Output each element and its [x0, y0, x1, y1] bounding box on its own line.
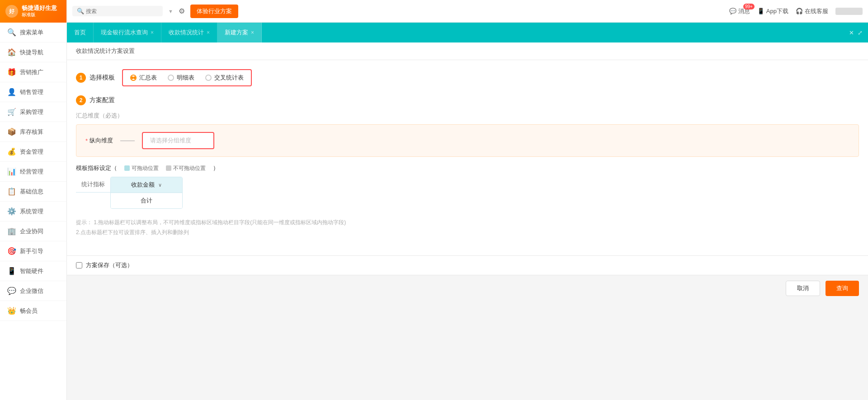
service-icon: 🎧 — [796, 8, 803, 14]
metrics-total-cell: 合计 — [111, 193, 182, 208]
message-badge: 99+ — [743, 4, 755, 9]
user-icon: 👤 — [7, 88, 16, 96]
search-input[interactable] — [86, 8, 158, 14]
content-area: 收款情况统计方案设置 1 选择模板 汇总表 — [67, 42, 868, 400]
sidebar-item-membership[interactable]: 👑 畅会员 — [0, 301, 66, 321]
radio-summary-label: 汇总表 — [139, 74, 157, 82]
sidebar-item-sales[interactable]: 👤 销售管理 — [0, 82, 66, 102]
tip-line-2: 2.点击标题栏下拉可设置排序、插入列和删除列 — [76, 228, 859, 238]
sidebar-item-label: 采购管理 — [20, 108, 43, 116]
radio-bordered-container: 汇总表 明细表 交叉统计表 — [122, 69, 252, 86]
query-button[interactable]: 查询 — [826, 281, 859, 296]
logo-sub: 标准版 — [22, 12, 57, 18]
movable-legend: 可拖动位置 — [124, 165, 159, 172]
radio-detail[interactable]: 明细表 — [168, 74, 194, 82]
message-btn[interactable]: 💬 消息 99+ — [729, 7, 750, 15]
sidebar-item-label: 基础信息 — [20, 188, 43, 196]
required-mark: * — [85, 137, 88, 144]
tip-1-text: 提示： 1.拖动标题栏可以调整布局，不可跨维度或指标区域拖动栏目字段(只能在同一… — [76, 218, 346, 228]
online-service-btn[interactable]: 🎧 在线客服 — [796, 7, 828, 15]
save-section: 方案保存（可选） — [67, 255, 868, 275]
step1-section: 1 选择模板 汇总表 明细表 — [76, 69, 859, 86]
download-icon: 📱 — [757, 8, 764, 14]
sidebar-item-search-menu[interactable]: 🔍 搜索菜单 — [0, 23, 66, 42]
fixed-label: 不可拖动位置 — [173, 165, 206, 172]
tab-expand-icon[interactable]: ⤢ — [858, 29, 863, 36]
fixed-dot — [166, 165, 171, 171]
tab-cash-bank[interactable]: 现金银行流水查询 × — [94, 23, 161, 42]
metrics-title: 模板指标设定（ — [76, 164, 117, 172]
step2-num: 2 — [76, 95, 86, 105]
trial-btn[interactable]: 体验行业方案 — [190, 5, 238, 18]
col-dropdown-arrow[interactable]: ∨ — [158, 182, 162, 188]
radio-summary[interactable]: 汇总表 — [130, 74, 157, 82]
sidebar-item-label: 销售管理 — [20, 88, 43, 96]
sidebar-item-beginner[interactable]: 🎯 新手引导 — [0, 241, 66, 261]
save-checkbox[interactable] — [76, 262, 82, 268]
app-download-btn[interactable]: 📱 App下载 — [757, 7, 788, 15]
metrics-header: 模板指标设定（ 可拖动位置 不可拖动位置 ） — [76, 164, 859, 172]
movable-dot — [124, 165, 130, 171]
sidebar-item-label: 搜索菜单 — [20, 28, 43, 37]
logo-icon: 好 — [5, 5, 18, 18]
cancel-button[interactable]: 取消 — [786, 281, 820, 296]
tab-home-label: 首页 — [74, 28, 86, 37]
page-title-bar: 收款情况统计方案设置 — [67, 42, 868, 60]
tab-collect-stat-label: 收款情况统计 — [169, 28, 204, 37]
step1-title: 选择模板 — [90, 74, 115, 82]
tabbar: 首页 现金银行流水查询 × 收款情况统计 × 新建方案 × ✕ ⤢ — [67, 23, 868, 42]
tab-new-plan-label: 新建方案 — [225, 28, 248, 37]
sidebar-item-finance[interactable]: 💰 资金管理 — [0, 142, 66, 162]
radio-detail-circle — [168, 75, 174, 81]
sidebar-item-label: 快捷导航 — [20, 48, 43, 56]
tab-collect-stat[interactable]: 收款情况统计 × — [161, 23, 217, 42]
user-avatar[interactable] — [835, 8, 863, 15]
gift-icon: 🎁 — [7, 68, 16, 76]
crown-icon: 👑 — [7, 306, 16, 315]
tab-home[interactable]: 首页 — [67, 23, 94, 42]
mobile-icon: 📱 — [7, 267, 16, 275]
tab-cash-bank-close[interactable]: × — [151, 29, 154, 36]
sidebar-item-corp-wechat[interactable]: 💬 企业微信 — [0, 281, 66, 301]
sidebar-item-purchase[interactable]: 🛒 采购管理 — [0, 102, 66, 122]
sidebar-item-smart-hw[interactable]: 📱 智能硬件 — [0, 261, 66, 281]
tip-line-1: 提示： 1.拖动标题栏可以调整布局，不可跨维度或指标区域拖动栏目字段(只能在同一… — [76, 218, 859, 228]
sidebar-item-sys-mgmt[interactable]: ⚙️ 系统管理 — [0, 202, 66, 221]
sidebar-menu: 🔍 搜索菜单 🏠 快捷导航 🎁 营销推广 👤 销售管理 🛒 采购管理 📦 库存核… — [0, 23, 66, 400]
tab-new-plan[interactable]: 新建方案 × — [217, 23, 262, 42]
sidebar-item-inventory[interactable]: 📦 库存核算 — [0, 122, 66, 142]
search-icon: 🔍 — [77, 8, 84, 14]
sidebar-item-label: 库存核算 — [20, 128, 43, 136]
radio-cross[interactable]: 交叉统计表 — [205, 74, 244, 82]
sidebar-item-marketing[interactable]: 🎁 营销推广 — [0, 62, 66, 82]
search-box[interactable]: 🔍 — [72, 6, 163, 16]
stats-row-label — [76, 193, 110, 200]
metrics-title-close: ） — [213, 164, 219, 172]
step2-title: 方案配置 — [90, 96, 115, 104]
topbar-dropdown-arrow[interactable]: ▼ — [168, 9, 173, 14]
sidebar-item-label: 新手引导 — [20, 247, 43, 255]
footer-bar: 取消 查询 — [67, 275, 868, 301]
tab-new-plan-close[interactable]: × — [251, 29, 254, 36]
logo-brand: 畅捷通好生意 — [22, 5, 57, 12]
sidebar-item-operations[interactable]: 📊 经营管理 — [0, 162, 66, 182]
sidebar-item-label: 系统管理 — [20, 207, 43, 216]
clipboard-icon: 📋 — [7, 187, 16, 196]
metrics-col-header[interactable]: 收款金额 ∨ — [111, 177, 182, 193]
radio-cross-circle — [205, 75, 212, 81]
fixed-legend: 不可拖动位置 — [166, 165, 206, 172]
tab-collect-stat-close[interactable]: × — [207, 29, 210, 36]
sidebar-item-label: 智能硬件 — [20, 267, 43, 275]
tab-close-all-icon[interactable]: ✕ — [849, 29, 854, 36]
sidebar-item-label: 营销推广 — [20, 68, 43, 76]
sidebar-item-corp-collab[interactable]: 🏢 企业协同 — [0, 221, 66, 241]
dimension-arrow: —— — [120, 136, 135, 145]
sidebar-item-base-info[interactable]: 📋 基础信息 — [0, 182, 66, 202]
sidebar-item-label: 企业协同 — [20, 227, 43, 235]
settings-icon[interactable]: ⚙ — [179, 7, 185, 15]
topbar-icons: 💬 消息 99+ 📱 App下载 🎧 在线客服 — [729, 7, 863, 15]
sidebar-item-quick-nav[interactable]: 🏠 快捷导航 — [0, 42, 66, 62]
stats-col: 统计指标 — [76, 177, 110, 209]
dimension-select[interactable]: 请选择分组维度 — [142, 132, 214, 149]
sidebar-item-label: 资金管理 — [20, 148, 43, 156]
